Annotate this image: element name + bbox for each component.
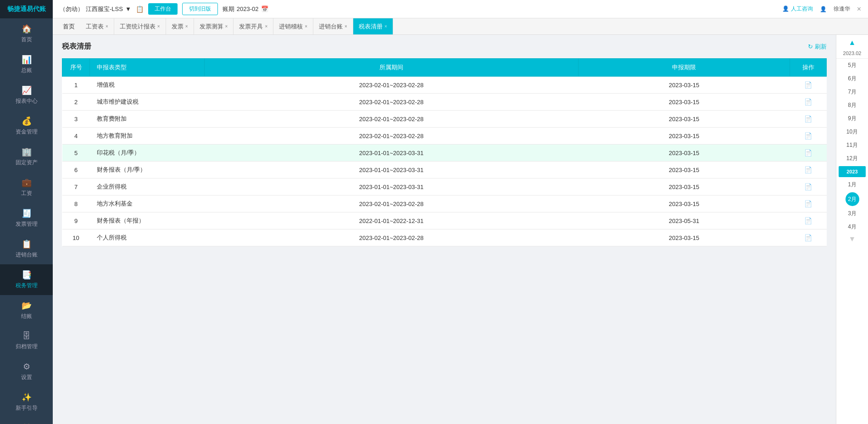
tab-invoice-open-close[interactable]: × bbox=[265, 24, 267, 29]
cell-action[interactable]: 📄 bbox=[790, 94, 827, 111]
sidebar-item-member[interactable]: 👑 畅会员 bbox=[0, 418, 53, 424]
sidebar-item-report[interactable]: 📈 报表中心 bbox=[0, 80, 53, 111]
month-2-current[interactable]: 2月 bbox=[846, 192, 859, 206]
tab-tax-clearance[interactable]: 税表清册 × bbox=[353, 18, 393, 35]
month-5[interactable]: 5月 bbox=[836, 59, 868, 72]
tab-purchase-audit-label: 进销稽核 bbox=[279, 22, 303, 31]
action-icon[interactable]: 📄 bbox=[804, 200, 812, 207]
company-selector[interactable]: （勿动） 江西服宝-LSS ▼ bbox=[60, 5, 131, 13]
calendar-icon[interactable]: 📅 bbox=[261, 6, 268, 12]
cell-deadline: 2023-03-15 bbox=[578, 229, 790, 246]
cell-action[interactable]: 📄 bbox=[790, 145, 827, 162]
action-icon[interactable]: 📄 bbox=[804, 149, 812, 156]
month-11[interactable]: 11月 bbox=[836, 139, 868, 152]
tab-invoice-open-label: 发票开具 bbox=[239, 22, 263, 31]
cell-deadline: 2023-03-15 bbox=[578, 128, 790, 145]
tab-salary-report[interactable]: 工资统计报表 × bbox=[114, 18, 166, 35]
cell-period: 2023-01-01~2023-03-31 bbox=[205, 179, 579, 195]
tab-salary-close[interactable]: × bbox=[106, 24, 108, 29]
sidebar-item-settle[interactable]: 📂 结账 bbox=[0, 295, 53, 326]
year-2023[interactable]: 2023 bbox=[839, 166, 866, 177]
refresh-button[interactable]: ↻ 刷新 bbox=[808, 43, 827, 51]
cell-action[interactable]: 📄 bbox=[790, 179, 827, 195]
month-10[interactable]: 10月 bbox=[836, 125, 868, 139]
tab-home[interactable]: 首页 bbox=[57, 18, 80, 35]
tab-tax-clearance-close[interactable]: × bbox=[384, 24, 387, 29]
sidebar-item-archive[interactable]: 🗄 归档管理 bbox=[0, 326, 53, 356]
salary-icon: 💼 bbox=[22, 178, 32, 188]
sidebar-item-guide[interactable]: ✨ 新手引导 bbox=[0, 387, 53, 418]
action-icon[interactable]: 📄 bbox=[804, 98, 812, 106]
table-row: 7 企业所得税 2023-01-01~2023-03-31 2023-03-15… bbox=[62, 179, 827, 195]
cell-type: 财务报表（月/季） bbox=[90, 162, 205, 179]
cell-action[interactable]: 📄 bbox=[790, 229, 827, 246]
tab-salary[interactable]: 工资表 × bbox=[80, 18, 114, 35]
action-icon[interactable]: 📄 bbox=[804, 183, 812, 190]
tab-purchase-ledger[interactable]: 进销台账 × bbox=[313, 18, 353, 35]
date-navigator: ▲ 2023.02 5月 6月 7月 8月 9月 10月 11月 12月 202… bbox=[836, 35, 868, 424]
cell-action[interactable]: 📄 bbox=[790, 212, 827, 229]
tab-purchase-audit-close[interactable]: × bbox=[305, 24, 307, 29]
sidebar-label-invoice-mgr: 发票管理 bbox=[16, 220, 38, 228]
sidebar-label-salary: 工资 bbox=[21, 190, 32, 197]
tab-purchase-audit[interactable]: 进销稽核 × bbox=[273, 18, 313, 35]
month-3[interactable]: 3月 bbox=[836, 207, 868, 220]
table-row: 6 财务报表（月/季） 2023-01-01~2023-03-31 2023-0… bbox=[62, 162, 827, 179]
tab-invoice-close[interactable]: × bbox=[185, 24, 188, 29]
cell-action[interactable]: 📄 bbox=[790, 77, 827, 94]
workbench-button[interactable]: 工作台 bbox=[148, 3, 178, 15]
date-nav-down-button[interactable]: ▼ bbox=[847, 234, 857, 245]
sidebar-item-purchase[interactable]: 📋 进销台账 bbox=[0, 234, 53, 264]
sidebar-item-home[interactable]: 🏠 首页 bbox=[0, 18, 53, 49]
sidebar-item-asset[interactable]: 🏢 固定资产 bbox=[0, 141, 53, 172]
ai-consult-button[interactable]: 👤 人工咨询 bbox=[782, 5, 812, 13]
sidebar-item-salary[interactable]: 💼 工资 bbox=[0, 172, 53, 203]
date-nav-up-button[interactable]: ▲ bbox=[847, 37, 857, 48]
sidebar-label-asset: 固定资产 bbox=[16, 159, 38, 167]
tab-invoice-calc-close[interactable]: × bbox=[225, 24, 228, 29]
action-icon[interactable]: 📄 bbox=[804, 166, 812, 173]
action-icon[interactable]: 📄 bbox=[804, 234, 812, 241]
cell-action[interactable]: 📄 bbox=[790, 128, 827, 145]
action-icon[interactable]: 📄 bbox=[804, 217, 812, 224]
action-icon[interactable]: 📄 bbox=[804, 81, 812, 89]
tax-icon: 📑 bbox=[22, 270, 32, 280]
tab-invoice-calc[interactable]: 发票测算 × bbox=[194, 18, 234, 35]
month-12[interactable]: 12月 bbox=[836, 152, 868, 165]
period-display: 账期 2023-02 📅 bbox=[223, 5, 268, 13]
company-prefix: （勿动） bbox=[60, 5, 83, 13]
table-row: 3 教育费附加 2023-02-01~2023-02-28 2023-03-15… bbox=[62, 111, 827, 128]
month-1[interactable]: 1月 bbox=[836, 178, 868, 191]
action-icon[interactable]: 📄 bbox=[804, 115, 812, 123]
cell-type: 财务报表（年报） bbox=[90, 212, 205, 229]
month-8[interactable]: 8月 bbox=[836, 99, 868, 112]
sidebar-label-report: 报表中心 bbox=[16, 97, 38, 105]
sidebar-item-ledger[interactable]: 📊 总账 bbox=[0, 49, 53, 80]
sidebar-item-tax[interactable]: 📑 税务管理 bbox=[0, 264, 53, 295]
cell-id: 9 bbox=[62, 212, 90, 229]
purchase-icon: 📋 bbox=[22, 239, 32, 249]
cell-type: 教育费附加 bbox=[90, 111, 205, 128]
switch-old-button[interactable]: 切到旧版 bbox=[182, 3, 218, 15]
tab-invoice-open[interactable]: 发票开具 × bbox=[234, 18, 273, 35]
cell-action[interactable]: 📄 bbox=[790, 162, 827, 179]
action-icon[interactable]: 📄 bbox=[804, 132, 812, 139]
sidebar-item-settings[interactable]: ⚙ 设置 bbox=[0, 356, 53, 387]
cell-action[interactable]: 📄 bbox=[790, 111, 827, 128]
tab-purchase-ledger-close[interactable]: × bbox=[345, 24, 347, 29]
cell-period: 2023-01-01~2023-03-31 bbox=[205, 145, 579, 162]
tab-invoice[interactable]: 发票 × bbox=[166, 18, 194, 35]
cell-deadline: 2023-03-15 bbox=[578, 162, 790, 179]
cell-id: 8 bbox=[62, 195, 90, 212]
close-window-button[interactable]: × bbox=[857, 5, 861, 13]
cell-deadline: 2023-03-15 bbox=[578, 179, 790, 195]
month-7[interactable]: 7月 bbox=[836, 85, 868, 99]
sidebar-item-invoice-mgr[interactable]: 🧾 发票管理 bbox=[0, 203, 53, 234]
month-6[interactable]: 6月 bbox=[836, 72, 868, 85]
sidebar-item-fund[interactable]: 💰 资金管理 bbox=[0, 111, 53, 141]
month-9[interactable]: 9月 bbox=[836, 112, 868, 125]
sidebar-label-settle: 结账 bbox=[21, 312, 32, 320]
cell-action[interactable]: 📄 bbox=[790, 195, 827, 212]
tab-salary-report-close[interactable]: × bbox=[157, 24, 160, 29]
month-4[interactable]: 4月 bbox=[836, 220, 868, 234]
